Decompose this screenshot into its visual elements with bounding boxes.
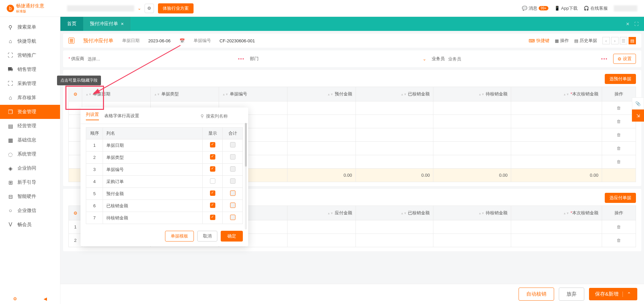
select-prepay-button[interactable]: 选预付单据 bbox=[605, 74, 636, 84]
customer-service-link[interactable]: 🎧在线客服 bbox=[584, 5, 608, 11]
col-type[interactable]: ▲▼单据类型 bbox=[150, 87, 219, 101]
sidebar-item-1[interactable]: ⌂快捷导航 bbox=[0, 34, 60, 48]
show-checkbox[interactable] bbox=[210, 203, 215, 208]
sidebar-item-6[interactable]: ❒资金管理 bbox=[0, 105, 60, 119]
popup-row: 6已核销金额 bbox=[86, 200, 243, 212]
tab-close-icon[interactable]: ✕ bbox=[626, 21, 630, 27]
sidebar-item-13[interactable]: ○企业微信 bbox=[0, 204, 60, 218]
tab-active[interactable]: 预付冲应付单✕ bbox=[83, 17, 130, 31]
list-view-button[interactable]: ☰ bbox=[620, 37, 627, 44]
delete-icon[interactable]: 🗑 bbox=[616, 132, 621, 137]
sidebar-item-11[interactable]: ⊞新手引导 bbox=[0, 175, 60, 189]
show-checkbox[interactable] bbox=[210, 142, 215, 147]
sidebar-item-7[interactable]: ▤经营管理 bbox=[0, 119, 60, 133]
show-checkbox[interactable] bbox=[210, 154, 215, 160]
auto-verify-button[interactable]: 自动核销 bbox=[519, 288, 554, 301]
delete-icon[interactable]: 🗑 bbox=[616, 119, 621, 124]
document-header: 预付冲应付单 单据日期 2023-06-06 📅 单据编号 CF-2023060… bbox=[63, 34, 641, 48]
sum-checkbox[interactable] bbox=[230, 142, 235, 147]
sidebar-item-9[interactable]: ◌系统管理 bbox=[0, 147, 60, 161]
tab-home[interactable]: 首页 bbox=[60, 17, 83, 31]
calendar-icon[interactable]: 📅 bbox=[179, 38, 185, 43]
clerk-more-icon[interactable]: ••• bbox=[601, 56, 608, 61]
save-new-button[interactable]: 保存&新增⌃ bbox=[589, 288, 637, 300]
col-verified[interactable]: ▲▼已核销金额 bbox=[356, 87, 433, 101]
sum-checkbox[interactable] bbox=[230, 190, 235, 196]
prev-doc-button[interactable]: ‹ bbox=[602, 37, 610, 44]
popup-tab-font[interactable]: 表格字体行高设置 bbox=[104, 113, 139, 119]
gear-icon[interactable]: ⚙ bbox=[13, 296, 17, 301]
col2-op: 操作 bbox=[602, 206, 636, 220]
sidebar-item-3[interactable]: ⛟销售管理 bbox=[0, 62, 60, 77]
delete-icon[interactable]: 🗑 bbox=[616, 105, 621, 111]
col2-pending[interactable]: ▲▼待核销金额 bbox=[433, 206, 511, 220]
logo: b 畅捷通好生意 标准版 bbox=[7, 3, 60, 14]
discard-button[interactable]: 放弃 bbox=[559, 288, 584, 301]
sum-checkbox[interactable] bbox=[230, 154, 235, 160]
col-pending[interactable]: ▲▼待核销金额 bbox=[433, 87, 511, 101]
sum-checkbox[interactable] bbox=[230, 203, 235, 208]
settings-button[interactable]: ⚙设置 bbox=[613, 54, 636, 64]
dept-dropdown-icon[interactable]: ⌄ bbox=[423, 56, 426, 61]
popup-scrollbar[interactable] bbox=[245, 123, 247, 229]
column-search-input[interactable] bbox=[206, 114, 243, 119]
nav-icon: ⊟ bbox=[7, 193, 13, 200]
sum-checkbox[interactable] bbox=[230, 166, 235, 172]
trial-button[interactable]: 体验行业方案 bbox=[158, 3, 194, 13]
operation-link[interactable]: ▦ 操作 bbox=[555, 38, 569, 44]
popup-tab-columns[interactable]: 列设置 bbox=[86, 112, 99, 120]
delete-icon[interactable]: 🗑 bbox=[616, 224, 621, 229]
col-this[interactable]: ▲▼*本次核销金额 bbox=[511, 87, 602, 101]
column-settings-gear-2[interactable]: ⚙ bbox=[69, 206, 82, 220]
settings-gear[interactable]: ⚙ bbox=[145, 4, 154, 13]
delete-icon[interactable]: 🗑 bbox=[616, 238, 621, 243]
show-checkbox[interactable] bbox=[210, 178, 215, 184]
col2-this[interactable]: ▲▼*本次核销金额 bbox=[511, 206, 602, 220]
sidebar-item-14[interactable]: V畅会员 bbox=[0, 218, 60, 232]
col-no[interactable]: ▲▼单据编号 bbox=[219, 87, 287, 101]
sidebar-item-10[interactable]: ◈企业协同 bbox=[0, 161, 60, 175]
template-button[interactable]: 单据模板 bbox=[165, 231, 194, 242]
close-icon[interactable]: ✕ bbox=[121, 22, 124, 26]
header-right: 💬消息99+ 📱App下载 🎧在线客服 bbox=[522, 5, 637, 11]
delete-icon[interactable]: 🗑 bbox=[616, 159, 621, 164]
show-checkbox[interactable] bbox=[210, 190, 215, 196]
sum-checkbox[interactable] bbox=[230, 178, 235, 184]
fullscreen-icon[interactable]: ⛶ bbox=[634, 21, 639, 27]
show-checkbox[interactable] bbox=[210, 166, 215, 172]
pop-th-show: 显示 bbox=[203, 128, 223, 139]
collapse-icon[interactable]: ◀ bbox=[44, 296, 47, 301]
sidebar-item-5[interactable]: ⌂库存核算 bbox=[0, 91, 60, 105]
col-prepay[interactable]: ▲▼预付金额 bbox=[287, 87, 356, 101]
sidebar-item-8[interactable]: ▦基础信息 bbox=[0, 133, 60, 147]
nav-icon: ⛶ bbox=[7, 81, 13, 87]
col2-verified[interactable]: ▲▼已核销金额 bbox=[356, 206, 433, 220]
app-download-link[interactable]: 📱App下载 bbox=[554, 5, 578, 11]
history-link[interactable]: ▤ 历史单据 bbox=[574, 38, 597, 44]
attach-icon[interactable]: 📎 bbox=[632, 97, 644, 110]
sidebar-item-4[interactable]: ⛶采购管理 bbox=[0, 77, 60, 91]
sum-checkbox[interactable] bbox=[230, 215, 235, 220]
shortcut-link[interactable]: ⌨ 快捷键 bbox=[529, 38, 549, 44]
col2-payable[interactable]: ▲▼应付金额 bbox=[287, 206, 356, 220]
cancel-button[interactable]: 取消 bbox=[197, 231, 217, 242]
supplier-input[interactable] bbox=[88, 56, 235, 61]
card-view-button[interactable]: ▤ bbox=[629, 37, 636, 44]
store-selector[interactable]: ⌄ bbox=[67, 5, 141, 11]
supplier-more-icon[interactable]: ••• bbox=[238, 56, 245, 61]
sidebar-item-0[interactable]: ⚲搜索菜单 bbox=[0, 20, 60, 34]
sidebar-item-12[interactable]: ⊟智能硬件 bbox=[0, 189, 60, 204]
messages-link[interactable]: 💬消息99+ bbox=[522, 5, 548, 11]
show-checkbox[interactable] bbox=[210, 215, 215, 220]
delete-icon[interactable]: 🗑 bbox=[616, 146, 621, 151]
select-payable-button[interactable]: 选应付单据 bbox=[605, 193, 636, 203]
confirm-button[interactable]: 确定 bbox=[221, 231, 243, 242]
dept-input[interactable] bbox=[262, 56, 419, 61]
docno-label: 单据编号 bbox=[194, 38, 211, 44]
clerk-input[interactable] bbox=[448, 56, 598, 61]
expand-icon[interactable]: ⇲ bbox=[632, 110, 644, 122]
hist-label: 历史单据 bbox=[580, 38, 597, 44]
sidebar-item-2[interactable]: ⛶营销推广 bbox=[0, 48, 60, 62]
nav-label: 销售管理 bbox=[17, 67, 36, 73]
next-doc-button[interactable]: › bbox=[611, 37, 619, 44]
